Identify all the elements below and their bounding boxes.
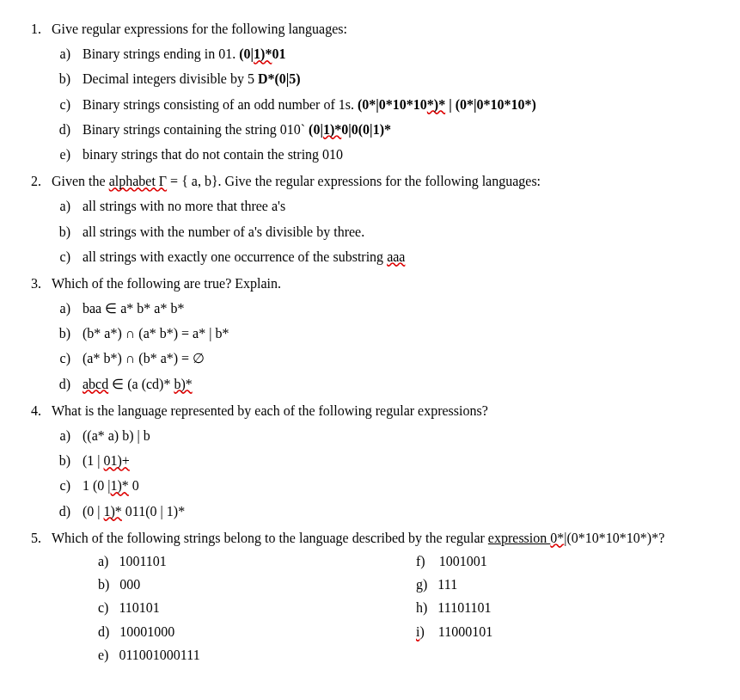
q1-prompt: Give regular expressions for the followi… <box>52 21 347 36</box>
q3-prompt: Which of the following are true? Explain… <box>52 276 281 291</box>
q5-c: c) 110101 <box>98 596 370 619</box>
q5-a: a) 1001101 <box>98 550 370 573</box>
q1-c: Binary strings consisting of an odd numb… <box>77 93 714 116</box>
q5-prompt: Which of the following strings belong to… <box>52 526 714 550</box>
q1-a: Binary strings ending in 01. (0|1)*01 <box>77 42 714 65</box>
q3-c: (a* b*) ∩ (b* a*) = ∅ <box>77 347 714 370</box>
q4-c: 1 (0 |1)* 0 <box>77 474 714 497</box>
question-3: Which of the following are true? Explain… <box>45 272 714 396</box>
q2-a: all strings with no more that three a's <box>77 194 714 218</box>
q2-b: all strings with the number of a's divis… <box>77 220 714 243</box>
q3-a: baa ∈ a* b* a* b* <box>77 297 714 320</box>
question-5: Which of the following strings belong to… <box>45 526 714 666</box>
q4-a: ((a* a) b) | b <box>77 424 714 447</box>
q1-e: binary strings that do not contain the s… <box>77 143 714 166</box>
q5-d: d) 10001000 <box>98 620 370 643</box>
q5-g: g) 111 <box>416 573 688 596</box>
q3-d: abcd ∈ (a (cd)* b)* <box>77 372 714 396</box>
q1-d: Binary strings containing the string 010… <box>77 118 714 141</box>
q5-h: h) 11101101 <box>416 596 688 619</box>
q5-f: f) 1001001 <box>416 550 688 573</box>
q4-prompt: What is the language represented by each… <box>52 403 488 418</box>
q4-b: (1 | 01)+ <box>77 449 714 472</box>
q5-e: e) 011001000111 <box>98 643 370 666</box>
q2-c: all strings with exactly one occurrence … <box>77 245 714 268</box>
q2-prompt: Given the alphabet Γ = { a, b}. Give the… <box>52 174 541 188</box>
q4-d: (0 | 1)* 011(0 | 1)* <box>77 500 714 523</box>
q3-b: (b* a*) ∩ (a* b*) = a* | b* <box>77 322 714 345</box>
question-4: What is the language represented by each… <box>45 399 714 523</box>
question-1: Give regular expressions for the followi… <box>45 17 714 166</box>
q1-b: Decimal integers divisible by 5 D*(0|5) <box>77 67 714 90</box>
q5-i: i) 11000101 <box>416 620 688 643</box>
q5-b: b) 000 <box>98 573 370 596</box>
question-2: Given the alphabet Γ = { a, b}. Give the… <box>45 169 714 268</box>
